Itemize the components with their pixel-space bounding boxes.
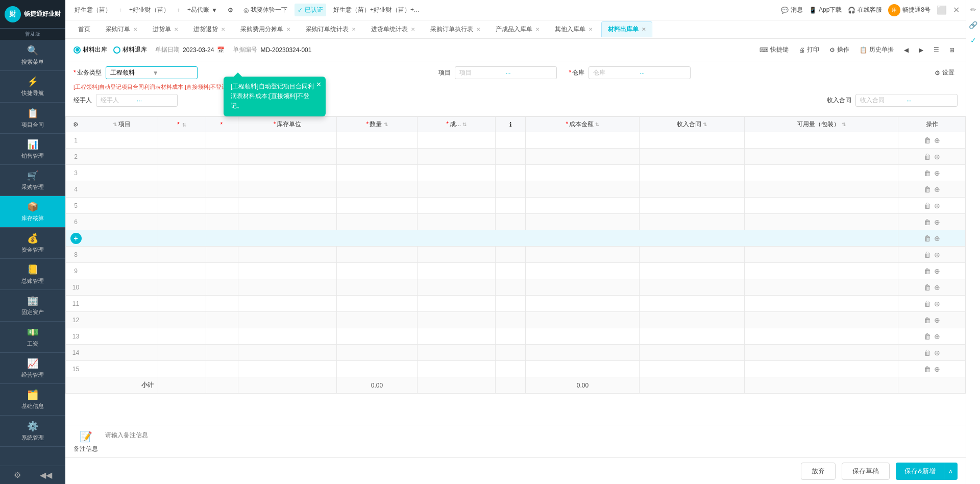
- sidebar-item-search[interactable]: 🔍 搜索菜单: [0, 40, 65, 71]
- operation-btn[interactable]: ⚙ 操作: [826, 43, 852, 56]
- save-draft-button[interactable]: 保存草稿: [842, 463, 890, 480]
- tooltip-close-btn[interactable]: ✕: [316, 80, 322, 90]
- page-settings-btn[interactable]: ⚙ 设置: [932, 66, 958, 79]
- sort-cost-amount-icon[interactable]: ⇅: [595, 122, 599, 127]
- warehouse-select[interactable]: 仓库 ···: [589, 66, 691, 79]
- tab-close-purchase-order[interactable]: ✕: [133, 27, 137, 32]
- sidebar-item-purchase[interactable]: 🛒 采购管理: [0, 165, 65, 196]
- topbar-nav-haoyecai[interactable]: +好业财（苗）: [126, 4, 173, 16]
- table-header-gear[interactable]: ⚙: [66, 117, 86, 132]
- delete-row-icon[interactable]: 🗑: [924, 365, 931, 373]
- delete-row-icon[interactable]: 🗑: [924, 185, 931, 193]
- copy-row-icon[interactable]: ⊕: [934, 202, 940, 210]
- tab-incoming-stats[interactable]: 进货单统计表 ✕: [364, 21, 422, 37]
- copy-row-icon[interactable]: ⊕: [934, 267, 940, 275]
- view-toggle-list[interactable]: ☰: [930, 44, 942, 56]
- sort-income-contract-icon[interactable]: ⇅: [703, 122, 707, 127]
- sidebar-item-ops[interactable]: 📈 经营管理: [0, 353, 65, 384]
- print-btn[interactable]: 🖨 打印: [796, 43, 822, 56]
- row-1-available[interactable]: [744, 132, 898, 149]
- save-new-main-button[interactable]: 保存&新增: [896, 463, 944, 480]
- tab-material-out[interactable]: 材料出库单 ✕: [601, 21, 652, 37]
- row-1-col4[interactable]: [206, 132, 238, 149]
- delete-row-icon[interactable]: 🗑: [924, 251, 931, 259]
- row-1-cost[interactable]: [418, 132, 496, 149]
- tab-incoming-return[interactable]: 进货退货 ✕: [187, 21, 232, 37]
- right-panel-edit-icon[interactable]: ✏: [968, 4, 979, 15]
- sidebar-item-ledger[interactable]: 📒 总账管理: [0, 259, 65, 290]
- sidebar-item-assets[interactable]: 🏢 固定资产: [0, 290, 65, 321]
- copy-row-icon[interactable]: ⊕: [934, 283, 940, 292]
- next-record-btn[interactable]: ▶: [916, 44, 926, 56]
- sidebar-item-sales[interactable]: 📊 销售管理: [0, 134, 65, 165]
- topbar-message[interactable]: 💬 消息: [781, 6, 803, 14]
- topbar-app-download[interactable]: 📱 App下载: [809, 6, 842, 14]
- row-1-quantity[interactable]: [336, 132, 418, 149]
- add-row-btn-cell[interactable]: +: [66, 230, 86, 247]
- collapse-icon[interactable]: ◀◀: [40, 470, 52, 480]
- copy-row-icon[interactable]: ⊕: [934, 365, 940, 373]
- sort-available-icon[interactable]: ⇅: [842, 122, 846, 127]
- add-row-button[interactable]: +: [70, 233, 82, 244]
- calendar-icon[interactable]: 📅: [217, 46, 225, 54]
- delete-row-icon[interactable]: 🗑: [924, 218, 931, 226]
- copy-row-icon[interactable]: ⊕: [934, 234, 940, 243]
- topbar-experience[interactable]: ◎ 我要体验一下: [240, 4, 290, 16]
- delete-row-icon[interactable]: 🗑: [924, 202, 931, 210]
- delete-row-icon[interactable]: 🗑: [924, 283, 931, 292]
- topbar-certified[interactable]: ✓ 已认证: [295, 4, 326, 16]
- tab-close-finished-goods[interactable]: ✕: [535, 27, 540, 32]
- sidebar-item-system[interactable]: ⚙️ 系统管理: [0, 416, 65, 447]
- delete-row-icon[interactable]: 🗑: [924, 169, 931, 177]
- topbar-settings-icon[interactable]: ⚙: [225, 5, 236, 16]
- right-panel-link-icon[interactable]: 🔗: [968, 19, 979, 31]
- row-1-cost-amount[interactable]: [526, 132, 640, 149]
- sidebar-item-payroll[interactable]: 💵 工资: [0, 322, 65, 353]
- sidebar-item-shortcut[interactable]: ⚡ 快捷导航: [0, 71, 65, 102]
- row-1-income-contract[interactable]: [640, 132, 744, 149]
- tab-other-warehouse[interactable]: 其他入库单 ✕: [548, 21, 599, 37]
- copy-row-icon[interactable]: ⊕: [934, 185, 940, 193]
- radio-material-return[interactable]: 材料退库: [113, 45, 147, 54]
- tab-purchase-order[interactable]: 采购订单 ✕: [99, 21, 144, 37]
- tab-close-incoming-stats[interactable]: ✕: [411, 27, 415, 32]
- income-contract-more-btn[interactable]: ···: [906, 97, 953, 104]
- income-contract-select[interactable]: 收入合同 ···: [855, 94, 958, 107]
- tab-purchase-stats[interactable]: 采购订单统计表 ✕: [299, 21, 362, 37]
- topbar-online-service[interactable]: 🎧 在线客服: [848, 6, 882, 14]
- tab-finished-goods[interactable]: 产成品入库单 ✕: [489, 21, 546, 37]
- tab-home[interactable]: 首页: [71, 21, 97, 37]
- tab-purchase-expense[interactable]: 采购费用分摊单 ✕: [234, 21, 297, 37]
- sort-project-icon[interactable]: ⇅: [113, 122, 117, 127]
- tab-close-purchase-expense[interactable]: ✕: [286, 27, 290, 32]
- delete-row-icon[interactable]: 🗑: [924, 300, 931, 308]
- warehouse-more-btn[interactable]: ···: [640, 69, 686, 77]
- tab-incoming[interactable]: 进货单 ✕: [146, 21, 185, 37]
- copy-row-icon[interactable]: ⊕: [934, 349, 940, 357]
- topbar-user[interactable]: 用 畅捷通8号: [888, 4, 930, 16]
- copy-row-icon[interactable]: ⊕: [934, 169, 940, 177]
- delete-row-icon[interactable]: 🗑: [924, 153, 931, 161]
- sidebar-item-inventory[interactable]: 📦 库存核算: [0, 196, 65, 227]
- delete-row-icon[interactable]: 🗑: [924, 332, 931, 341]
- notes-input[interactable]: [103, 429, 958, 441]
- tab-close-incoming[interactable]: ✕: [174, 27, 178, 32]
- delete-row-icon[interactable]: 🗑: [924, 349, 931, 357]
- save-new-arrow-button[interactable]: ∧: [944, 463, 958, 480]
- tab-close-purchase-stats[interactable]: ✕: [352, 27, 356, 32]
- copy-row-icon[interactable]: ⊕: [934, 300, 940, 308]
- topbar-certified2[interactable]: 好生意（苗）+好业财（苗）+...: [330, 4, 422, 16]
- copy-row-icon[interactable]: ⊕: [934, 316, 940, 324]
- handler-more-btn[interactable]: ···: [137, 97, 173, 104]
- view-toggle-grid[interactable]: ⊞: [946, 44, 958, 56]
- sidebar-item-project[interactable]: 📋 项目合同: [0, 103, 65, 134]
- tab-close-other-warehouse[interactable]: ✕: [589, 27, 593, 32]
- tab-close-purchase-exec[interactable]: ✕: [476, 27, 480, 32]
- delete-row-icon[interactable]: 🗑: [924, 267, 931, 275]
- radio-material-out[interactable]: 材料出库: [74, 45, 107, 54]
- sort-cost-icon[interactable]: ⇅: [462, 122, 467, 127]
- delete-row-icon[interactable]: 🗑: [924, 234, 931, 243]
- history-btn[interactable]: 📋 历史单据: [856, 43, 897, 56]
- row-1-col3[interactable]: [158, 132, 206, 149]
- tab-close-material-out[interactable]: ✕: [642, 27, 646, 32]
